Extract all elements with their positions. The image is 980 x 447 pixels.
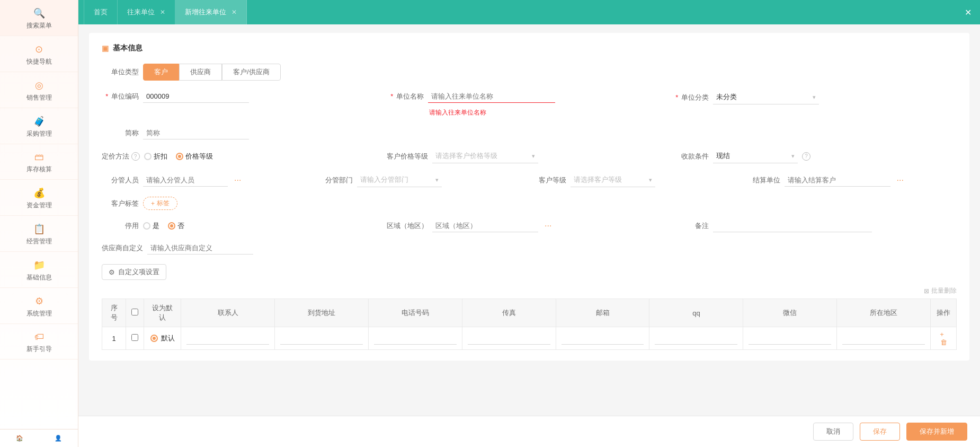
pricing-help-icon[interactable]: ? — [131, 152, 140, 161]
row-contact[interactable] — [181, 327, 275, 350]
gear-icon: ⚙ — [109, 268, 115, 276]
tab-add-partner-close[interactable]: ✕ — [231, 8, 237, 16]
category-chevron-icon: ▾ — [813, 94, 816, 101]
pricing-label: 定价方法 ? — [102, 152, 140, 161]
pricing-pricelevel-option[interactable]: 价格等级 — [176, 152, 213, 161]
row-region[interactable] — [837, 327, 931, 350]
unit-code-input[interactable] — [143, 90, 249, 103]
tab-home[interactable]: 首页 — [84, 0, 118, 24]
sidebar-item-operations[interactable]: 📋 经营管理 — [0, 216, 78, 252]
sidebar-item-quicknav[interactable]: ⊙ 快捷导航 — [0, 36, 78, 72]
customer-price-level-group: 客户价格等级 请选择客户价格等级 ▾ — [387, 149, 672, 163]
supplier-custom-label: 供应商自定义 — [102, 243, 143, 253]
row-phone-input[interactable] — [374, 332, 457, 345]
row-seq: 1 — [102, 327, 126, 350]
sidebar-user-btn[interactable]: 👤 — [55, 435, 62, 442]
unit-type-both-btn[interactable]: 客户/供应商 — [222, 64, 281, 81]
sysmgmt-icon: ⚙ — [35, 295, 43, 307]
row-address-input[interactable] — [280, 332, 363, 345]
tab-partner-list[interactable]: 往来单位 ✕ — [118, 0, 175, 24]
unit-code-group: * 单位编码 — [102, 90, 387, 103]
col-phone: 电话号码 — [368, 299, 462, 327]
sidebar-item-search[interactable]: 🔍 搜索菜单 — [0, 0, 78, 36]
row-delete-btn[interactable]: 🗑 — [940, 338, 947, 346]
unit-type-customer-btn[interactable]: 客户 — [143, 64, 179, 81]
pricing-pricelevel-radio[interactable] — [176, 153, 183, 160]
disable-no-radio[interactable] — [168, 222, 175, 230]
sidebar-item-purchase[interactable]: 🧳 采购管理 — [0, 108, 78, 144]
row-address[interactable] — [275, 327, 369, 350]
row-add-btn[interactable]: + — [940, 330, 944, 338]
payment-terms-label: 收款条件 — [672, 152, 709, 161]
sidebar-bottom: 🏠 👤 — [0, 429, 78, 447]
sidebar-item-basicinfo[interactable]: 📁 基础信息 — [0, 252, 78, 288]
payment-terms-group: 收款条件 现结 ▾ ? — [672, 149, 957, 163]
save-button[interactable]: 保存 — [860, 423, 900, 441]
default-radio[interactable] — [150, 335, 158, 342]
row-fax[interactable] — [462, 327, 556, 350]
code-required-star: * — [105, 92, 108, 100]
manager-row: 分管人员 ··· 分管部门 请输入分管部门 ▾ 客户等级 请选择客户等级 ▾ — [102, 173, 957, 187]
payment-chevron-icon: ▾ — [791, 153, 795, 160]
supplier-custom-input[interactable] — [147, 242, 253, 255]
basicinfo-icon: 📁 — [33, 259, 45, 271]
row-contact-input[interactable] — [186, 332, 269, 345]
payment-terms-help-icon[interactable]: ? — [802, 152, 810, 161]
unit-category-label: * 单位分类 — [672, 93, 709, 102]
select-all-checkbox[interactable] — [131, 309, 138, 315]
sidebar-home-btn[interactable]: 🏠 — [16, 435, 23, 442]
row-email[interactable] — [556, 327, 649, 350]
tab-add-partner[interactable]: 新增往来单位 ✕ — [175, 0, 247, 24]
row-wechat[interactable] — [743, 327, 837, 350]
row-phone[interactable] — [368, 327, 462, 350]
row-email-input[interactable] — [562, 332, 644, 345]
row-wechat-input[interactable] — [749, 332, 831, 345]
row-checkbox[interactable] — [131, 334, 138, 341]
save-and-new-button[interactable]: 保存并新增 — [906, 423, 967, 441]
remark-input[interactable] — [713, 220, 872, 232]
cancel-button[interactable]: 取消 — [813, 423, 853, 441]
row-qq[interactable] — [649, 327, 743, 350]
batch-delete-label[interactable]: 批量删除 — [931, 286, 957, 295]
disable-no-option[interactable]: 否 — [168, 221, 184, 231]
settlement-unit-more-btn[interactable]: ··· — [895, 176, 906, 185]
payment-terms-select[interactable]: 现结 ▾ — [713, 149, 798, 163]
dept-select[interactable]: 请输入分管部门 ▾ — [357, 173, 442, 187]
manager-input[interactable] — [143, 174, 228, 187]
sidebar-item-finance[interactable]: 💰 资金管理 — [0, 180, 78, 216]
pricing-discount-radio[interactable] — [144, 153, 152, 160]
customer-price-level-select[interactable]: 请选择客户价格等级 ▾ — [432, 149, 538, 163]
tab-close-all[interactable]: ✕ — [965, 7, 972, 17]
customer-level-select[interactable]: 请选择客户等级 ▾ — [571, 173, 655, 187]
region-more-btn[interactable]: ··· — [542, 221, 554, 231]
disable-yes-option[interactable]: 是 — [143, 221, 159, 231]
region-input[interactable] — [432, 220, 538, 232]
row-region-input[interactable] — [842, 332, 925, 345]
pricing-discount-option[interactable]: 折扣 — [144, 152, 167, 161]
unit-type-supplier-btn[interactable]: 供应商 — [179, 64, 222, 81]
custom-settings-btn[interactable]: ⚙ 自定义项设置 — [102, 264, 166, 280]
disable-label: 停用 — [102, 221, 139, 231]
supplier-custom-group: 供应商自定义 — [102, 242, 957, 255]
col-seq: 序号 — [102, 299, 126, 327]
add-tag-btn[interactable]: + 标签 — [143, 197, 177, 210]
sidebar-label-search: 搜索菜单 — [26, 21, 52, 30]
col-fax: 传真 — [462, 299, 556, 327]
sidebar-label-newguide: 新手引导 — [26, 345, 52, 354]
abbr-input[interactable] — [143, 127, 249, 139]
unit-category-select[interactable]: 未分类 ▾ — [713, 90, 819, 104]
row-qq-input[interactable] — [655, 332, 737, 345]
sidebar-item-newguide[interactable]: 🏷 新手引导 — [0, 324, 78, 360]
dept-label: 分管部门 — [316, 176, 353, 185]
unit-name-input[interactable] — [428, 90, 555, 103]
row-fax-input[interactable] — [468, 332, 550, 345]
sidebar-item-inventory[interactable]: 🗃 库存核算 — [0, 144, 78, 180]
purchase-icon: 🧳 — [33, 116, 45, 127]
disable-yes-radio[interactable] — [143, 222, 150, 230]
settlement-unit-input[interactable] — [785, 174, 890, 187]
sidebar-item-sysmgmt[interactable]: ⚙ 系统管理 — [0, 288, 78, 324]
col-region: 所在地区 — [837, 299, 931, 327]
tab-partner-list-close[interactable]: ✕ — [160, 8, 165, 16]
sidebar-item-sales[interactable]: ◎ 销售管理 — [0, 72, 78, 108]
manager-more-btn[interactable]: ··· — [232, 176, 243, 185]
